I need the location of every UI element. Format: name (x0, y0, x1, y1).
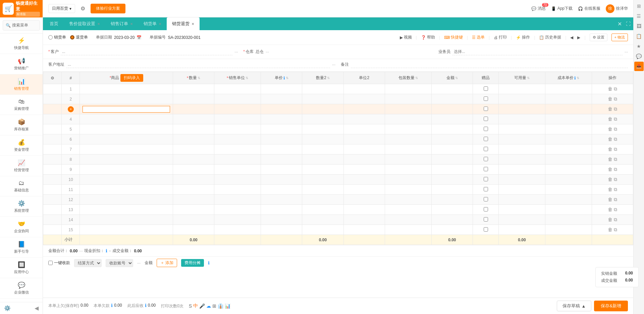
row-delete-icon[interactable]: 🗑 (608, 126, 612, 132)
sidebar-settings-icon[interactable]: ⚙️ (4, 305, 11, 311)
row-delete-icon[interactable]: 🗑 (608, 136, 612, 142)
unit-cell[interactable] (214, 114, 261, 124)
amount-cell[interactable] (431, 205, 473, 215)
unit-cell[interactable] (214, 154, 261, 165)
category-selector[interactable]: 日用百货 ▾ (48, 4, 75, 13)
pkg-qty-cell[interactable] (385, 154, 431, 165)
amount-cell[interactable] (431, 215, 473, 225)
tab-sales-order[interactable]: 销售订单 ✕ (105, 17, 138, 30)
pkg-qty-cell[interactable] (385, 225, 431, 235)
gift-checkbox[interactable] (484, 97, 488, 101)
unit2-cell[interactable] (343, 215, 385, 225)
radio-sales-slip[interactable]: 销货单 (48, 35, 66, 40)
action-next[interactable]: ▶ (577, 35, 580, 40)
unit2-cell[interactable] (343, 94, 385, 104)
cost-price-cell[interactable] (545, 114, 592, 124)
add-row-icon[interactable]: + (68, 106, 74, 112)
qty-sort-icon[interactable]: ⇅ (198, 76, 200, 80)
row-copy-icon[interactable]: ⧉ (614, 96, 617, 102)
tab-sales-return-close[interactable]: ✕ (192, 22, 194, 26)
amount-cell[interactable] (431, 175, 473, 185)
unit-sort-icon[interactable]: ⇅ (246, 76, 248, 80)
row-delete-icon[interactable]: 🗑 (608, 96, 612, 102)
qty2-cell[interactable] (302, 185, 343, 195)
qty-cell[interactable] (173, 144, 214, 154)
gift-checkbox[interactable] (484, 207, 488, 211)
gift-checkbox[interactable] (484, 167, 488, 171)
row-copy-icon[interactable]: ⧉ (614, 106, 617, 112)
qty2-cell[interactable] (302, 114, 343, 124)
price-cell[interactable] (261, 154, 302, 165)
price-cell[interactable] (261, 114, 302, 124)
discount-info-icon[interactable]: ℹ (106, 248, 107, 253)
gift-checkbox[interactable] (484, 137, 488, 141)
row-delete-icon[interactable]: 🗑 (608, 146, 612, 152)
unit2-cell[interactable] (343, 124, 385, 134)
qty2-cell[interactable] (302, 94, 343, 104)
fullscreen-icon[interactable]: ⛶ (625, 21, 632, 26)
amount-cell[interactable] (431, 154, 473, 165)
calendar-icon[interactable]: 📅 (137, 35, 142, 40)
fee-info-icon[interactable]: ℹ (208, 260, 210, 265)
unit2-cell[interactable] (343, 185, 385, 195)
amount-cell[interactable] (431, 134, 473, 144)
available-cell[interactable] (499, 124, 545, 134)
cost-price-cell[interactable] (545, 185, 592, 195)
remark-input[interactable] (351, 61, 628, 68)
unit-cell[interactable] (214, 144, 261, 154)
pkg-qty-cell[interactable] (385, 134, 431, 144)
qty2-cell[interactable] (302, 124, 343, 134)
sidebar-item-inventory[interactable]: 📦 库存核算 (0, 115, 43, 135)
scan-button[interactable]: 扫码录入 (120, 74, 143, 82)
unit2-cell[interactable] (343, 195, 385, 205)
amount-cell[interactable] (431, 144, 473, 154)
cost-price-cell[interactable] (545, 195, 592, 205)
col-settings[interactable]: ⚙ (43, 72, 62, 84)
action-print[interactable]: 🖨 打印 (494, 35, 507, 40)
row-delete-icon[interactable]: 🗑 (608, 177, 612, 182)
cost-price-cell[interactable] (545, 84, 592, 94)
one-click-payment-input[interactable] (48, 261, 53, 265)
action-history[interactable]: 📋 历史单据 (539, 35, 561, 40)
tab-close-all[interactable]: ✕ (615, 21, 625, 27)
amount-cell[interactable] (431, 185, 473, 195)
row-copy-icon[interactable]: ⧉ (614, 207, 617, 212)
qty2-cell[interactable] (302, 225, 343, 235)
cost-price-cell[interactable] (545, 124, 592, 134)
customer-input[interactable] (61, 48, 233, 55)
row-copy-icon[interactable]: ⧉ (614, 227, 617, 233)
right-icon-copy[interactable]: 📋 (634, 32, 644, 41)
unit-cell[interactable] (214, 104, 261, 114)
qty2-cell[interactable] (302, 84, 343, 94)
right-icon-list[interactable]: ☰ (634, 11, 644, 21)
cost-price-cell[interactable] (545, 144, 592, 154)
action-video[interactable]: ▶ 视频 (400, 35, 412, 40)
qty-cell[interactable] (173, 225, 214, 235)
amount-sort-icon[interactable]: ⇅ (455, 76, 458, 80)
price-cell[interactable] (261, 84, 302, 94)
cost-price-cell[interactable] (545, 215, 592, 225)
radio-return-slip[interactable]: 退货单 (70, 35, 88, 40)
unit2-cell[interactable] (343, 134, 385, 144)
available-cell[interactable] (499, 205, 545, 215)
available-cell[interactable] (499, 215, 545, 225)
bottom-icon-s[interactable]: S (189, 303, 192, 309)
pkg-qty-cell[interactable] (385, 175, 431, 185)
experience-button[interactable]: 体验行业方案 (91, 4, 125, 13)
sidebar-item-guide[interactable]: 📘 新手引导 (0, 237, 43, 258)
cost-price-cell[interactable] (545, 175, 592, 185)
row-copy-icon[interactable]: ⧉ (614, 86, 617, 92)
tab-price-settings-close[interactable]: ✕ (97, 22, 100, 26)
price-cell[interactable] (261, 165, 302, 175)
row-copy-icon[interactable]: ⧉ (614, 177, 617, 182)
qty-cell[interactable] (173, 134, 214, 144)
action-help[interactable]: ❓ 帮助 (421, 35, 435, 40)
available-cell[interactable] (499, 134, 545, 144)
price-cell[interactable] (261, 205, 302, 215)
qty-cell[interactable] (173, 114, 214, 124)
qty2-cell[interactable] (302, 144, 343, 154)
pkg-qty-cell[interactable] (385, 215, 431, 225)
qty-cell[interactable] (173, 205, 214, 215)
qty-cell[interactable] (173, 215, 214, 225)
price-info-icon[interactable]: ℹ (283, 76, 285, 80)
